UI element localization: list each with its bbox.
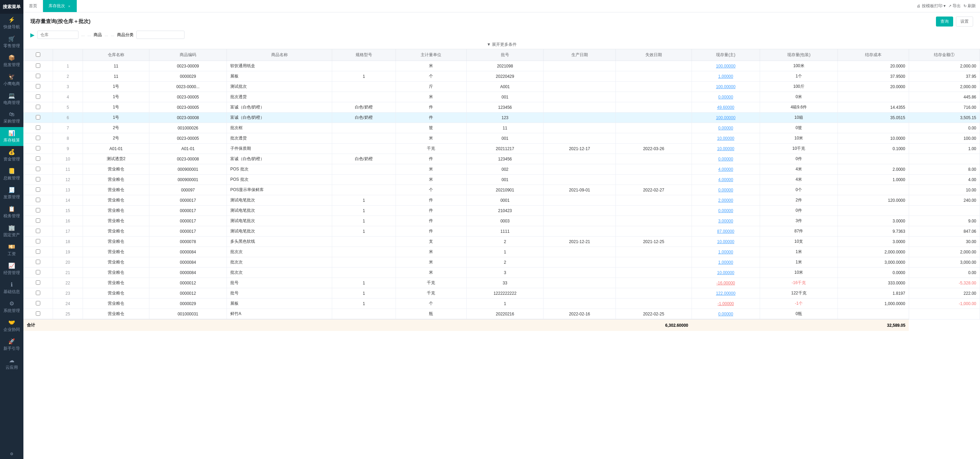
warehouse-ellipsis[interactable]: ... [81,32,85,37]
th-batch[interactable]: 批号 [466,49,543,61]
th-exp-date[interactable]: 失效日期 [616,49,692,61]
row-checkbox[interactable] [24,113,52,123]
sidebar-item-工资[interactable]: 💴 工资 [0,241,24,260]
export-btn[interactable]: ↗ 导出 [948,3,961,9]
row-checkbox[interactable] [24,309,52,320]
row-checkbox[interactable] [24,257,52,268]
row-checkbox[interactable] [24,278,52,288]
row-checkbox[interactable] [24,195,52,206]
sidebar-item-电商管理[interactable]: 💻 电商管理 [0,89,24,108]
th-unit[interactable]: 主计量单位 [396,49,466,61]
sidebar-item-资金管理[interactable]: 💰 资金管理 [0,146,24,165]
row-qty-main[interactable]: 3.00000 [692,216,760,226]
nav-home[interactable]: 首页 [24,0,43,12]
refresh-btn[interactable]: ↻ 刷新 [964,3,976,9]
row-checkbox[interactable] [24,288,52,298]
sidebar-item-云应用[interactable]: ☁ 云应用 [0,354,24,373]
row-qty-main[interactable]: 10.00000 [692,237,760,247]
row-qty-main[interactable]: 4.00000 [692,175,760,185]
row-qty-main[interactable]: 100.00000 [692,113,760,123]
row-qty-main[interactable]: 0.00000 [692,92,760,102]
th-spec[interactable]: 规格型号 [332,49,396,61]
th-checkbox[interactable] [24,49,52,61]
row-qty-main[interactable]: 10.00000 [692,268,760,278]
th-code[interactable]: 商品编码 [149,49,226,61]
sidebar-item-库存核算[interactable]: 📊 库存核算 [0,127,24,146]
row-qty-main[interactable]: 1.00000 [692,247,760,257]
category-select[interactable] [136,31,185,39]
row-qty-main[interactable]: 100.00000 [692,61,760,71]
row-checkbox[interactable] [24,123,52,133]
row-qty-main[interactable]: 1.00000 [692,257,760,268]
row-qty-main[interactable]: 49.60000 [692,102,760,113]
row-qty-main[interactable]: -16.00000 [692,278,760,288]
sidebar-item-企业协同[interactable]: 🤝 企业协同 [0,316,24,335]
row-checkbox[interactable] [24,206,52,216]
row-qty-main[interactable]: 0.00000 [692,154,760,164]
select-all-checkbox[interactable] [36,53,40,57]
sidebar-item-固定资产[interactable]: 🏢 固定资产 [0,222,24,241]
sidebar-settings[interactable]: ⚙ [0,449,24,459]
sidebar-item-税务管理[interactable]: 📋 税务管理 [0,203,24,222]
row-qty-main[interactable]: 10.00000 [692,143,760,154]
row-checkbox[interactable] [24,268,52,278]
row-qty-main[interactable]: -1.00000 [692,298,760,309]
row-qty-main[interactable]: 10.00000 [692,133,760,143]
row-checkbox[interactable] [24,143,52,154]
sidebar-item-新手引导[interactable]: 🚀 新手引导 [0,335,24,354]
sidebar-item-发票管理[interactable]: 🧾 发票管理 [0,184,24,203]
row-checkbox[interactable] [24,185,52,195]
filter-expand-icon[interactable]: ▶ [30,32,34,38]
tab-close-icon[interactable]: × [67,4,71,9]
row-checkbox[interactable] [24,164,52,175]
row-checkbox[interactable] [24,226,52,237]
th-name[interactable]: 商品名称 [227,49,332,61]
nav-tab-active[interactable]: 库存批次 × [43,0,77,12]
sidebar-item-采购管理[interactable]: 🛍 采购管理 [0,108,24,127]
row-checkbox[interactable] [24,247,52,257]
settings-button[interactable]: 设置 [956,16,973,27]
row-checkbox[interactable] [24,237,52,247]
sidebar-item-批发管理[interactable]: 📦 批发管理 [0,52,24,70]
row-checkbox[interactable] [24,298,52,309]
print-btn[interactable]: 🖨 按模板打印 ▾ [917,3,945,9]
row-qty-main[interactable]: 0.00000 [692,123,760,133]
sidebar-item-零售管理[interactable]: 🛒 零售管理 [0,33,24,52]
sidebar-item-基础信息[interactable]: ℹ 基础信息 [0,279,24,298]
row-checkbox[interactable] [24,154,52,164]
product-ellipsis[interactable]: ... [88,32,91,37]
th-prod-date[interactable]: 生产日期 [544,49,616,61]
sidebar-item-小鹰电商[interactable]: 🦅 小鹰电商 [0,70,24,89]
row-qty-main[interactable]: 0.00000 [692,206,760,216]
row-qty-main[interactable]: 122.00000 [692,288,760,298]
row-checkbox[interactable] [24,216,52,226]
th-unit-cost[interactable]: 结存成本 [838,49,909,61]
row-qty-main[interactable]: 100.00000 [692,81,760,92]
product-ellipsis2[interactable]: ... [105,32,108,37]
row-qty-main[interactable]: 0.00000 [692,185,760,195]
sidebar-logo[interactable]: 搜索菜单 [0,0,24,14]
th-warehouse[interactable]: 仓库名称 [83,49,150,61]
row-checkbox[interactable] [24,61,52,71]
sidebar-item-系统管理[interactable]: ⚙ 系统管理 [0,298,24,316]
sidebar-item-经营管理[interactable]: 📈 经营管理 [0,260,24,279]
row-checkbox[interactable] [24,81,52,92]
row-qty-main[interactable]: 87.00000 [692,226,760,237]
row-qty-main[interactable]: 2.00000 [692,195,760,206]
row-qty-main[interactable]: 0.00000 [692,309,760,320]
product-ellipsis3[interactable]: ... [111,32,114,37]
row-checkbox[interactable] [24,102,52,113]
row-checkbox[interactable] [24,92,52,102]
search-button[interactable]: 查询 [936,16,953,27]
table-container[interactable]: 仓库名称 商品编码 商品名称 规格型号 主计量单位 批号 生产日期 失效日期 现… [24,49,980,459]
row-qty-main[interactable]: 4.00000 [692,164,760,175]
warehouse-input[interactable] [37,31,78,39]
row-checkbox[interactable] [24,71,52,81]
row-checkbox[interactable] [24,175,52,185]
th-qty-pack[interactable]: 现存量(包装) [760,49,838,61]
expand-more-btn[interactable]: ▼ 展开更多条件 [30,40,973,49]
sidebar-item-总账管理[interactable]: 📒 总账管理 [0,165,24,184]
row-checkbox[interactable] [24,133,52,143]
sidebar-item-快捷导航[interactable]: ⚡ 快捷导航 [0,14,24,33]
th-qty-main[interactable]: 现存量(主) [692,49,760,61]
